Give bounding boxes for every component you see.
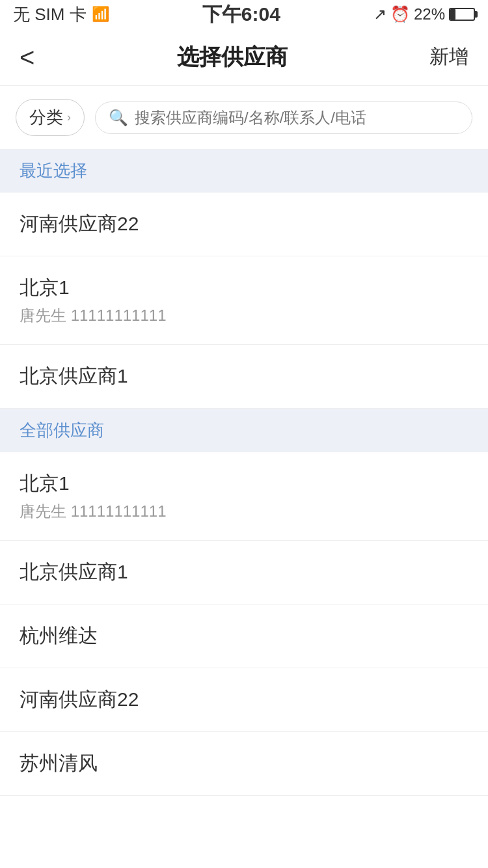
list-item[interactable]: 北京1唐先生 11111111111 [0,452,488,541]
category-label: 分类 [29,106,63,129]
item-name: 北京1 [20,275,468,301]
location-icon: ↗ [373,5,386,23]
battery-icon [449,8,475,21]
category-filter[interactable]: 分类 › [16,99,85,136]
item-name: 北京供应商1 [20,363,468,390]
item-name: 北京供应商1 [20,559,468,586]
item-name: 苏州清风 [20,750,468,777]
list-item[interactable]: 苏州清风 [0,732,488,796]
recent-section-label: 最近选择 [20,161,87,180]
item-name: 北京1 [20,470,468,497]
list-item[interactable]: 北京供应商1 [0,345,488,409]
recent-items-list: 河南供应商22北京1唐先生 11111111111北京供应商1 [0,193,488,409]
search-input[interactable] [135,109,459,127]
alarm-icon: ⏰ [390,5,410,23]
all-items-list: 北京1唐先生 11111111111北京供应商1杭州维达河南供应商22苏州清风 [0,452,488,796]
item-sub: 唐先生 11111111111 [20,501,468,522]
list-item[interactable]: 北京1唐先生 11111111111 [0,256,488,345]
status-time: 下午6:04 [202,1,280,28]
status-left: 无 SIM 卡 📶 [13,3,109,26]
status-right: ↗ ⏰ 22% [373,5,475,23]
search-icon: 🔍 [109,109,128,127]
no-sim-label: 无 SIM 卡 [13,3,87,26]
list-item[interactable]: 杭州维达 [0,604,488,668]
nav-bar: < 选择供应商 新增 [0,29,488,86]
search-box[interactable]: 🔍 [95,102,472,134]
status-bar: 无 SIM 卡 📶 下午6:04 ↗ ⏰ 22% [0,0,488,29]
all-section-label: 全部供应商 [20,420,104,440]
filter-bar: 分类 › 🔍 [0,86,488,149]
list-item[interactable]: 北京供应商1 [0,541,488,604]
list-item[interactable]: 河南供应商22 [0,668,488,732]
chevron-right-icon: › [67,111,71,124]
back-button[interactable]: < [20,44,34,70]
list-item[interactable]: 河南供应商22 [0,193,488,256]
item-name: 河南供应商22 [20,211,468,237]
add-button[interactable]: 新增 [429,44,468,70]
wifi-icon: 📶 [92,6,109,23]
item-sub: 唐先生 11111111111 [20,305,468,326]
all-section-header: 全部供应商 [0,409,488,452]
item-name: 河南供应商22 [20,686,468,713]
item-name: 杭州维达 [20,623,468,649]
page-title: 选择供应商 [177,42,288,72]
recent-section-header: 最近选择 [0,149,488,193]
battery-percent: 22% [414,5,445,23]
